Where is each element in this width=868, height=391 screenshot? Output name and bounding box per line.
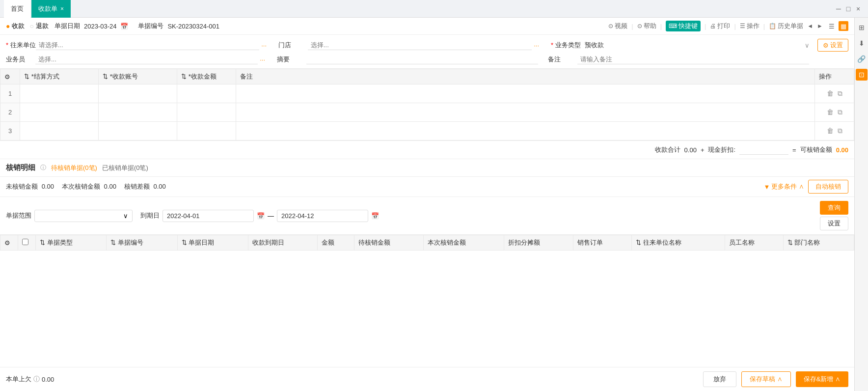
remark-input[interactable] bbox=[577, 55, 809, 64]
summary-input[interactable] bbox=[306, 55, 538, 64]
delete-icon-1[interactable]: 🗑 bbox=[827, 89, 834, 98]
tab-close-icon[interactable]: × bbox=[60, 5, 64, 12]
radio-refund[interactable]: ○ 退款 bbox=[29, 22, 48, 30]
shortcut-button[interactable]: ⌨ 快捷键 bbox=[666, 21, 701, 31]
prev-button[interactable]: ◄ bbox=[807, 23, 813, 29]
sidebar-download-icon[interactable]: ⬇ bbox=[856, 37, 868, 49]
tab-home[interactable]: 首页 bbox=[4, 0, 30, 18]
save-draft-button[interactable]: 保存草稿 ∧ bbox=[741, 371, 791, 387]
cell-settlement-1[interactable] bbox=[20, 84, 99, 103]
help-button[interactable]: ⊙ 帮助 bbox=[637, 22, 656, 30]
remark-field: 备注 bbox=[548, 55, 809, 64]
store-more-button[interactable]: ··· bbox=[532, 42, 541, 49]
cell-remark-2[interactable] bbox=[236, 103, 815, 122]
verify-info-icon[interactable]: ⓘ bbox=[40, 164, 46, 172]
maximize-button[interactable]: □ bbox=[844, 5, 852, 13]
delete-icon-2[interactable]: 🗑 bbox=[827, 108, 834, 116]
query-button[interactable]: 查询 bbox=[820, 201, 848, 215]
cell-action-2: 🗑 ⧉ bbox=[815, 103, 854, 122]
sidebar-scan-icon[interactable]: ⊡ bbox=[856, 69, 868, 81]
radio-receipt[interactable]: ● 收款 bbox=[6, 22, 25, 30]
cell-account-2[interactable] bbox=[99, 103, 177, 122]
calendar-to-icon[interactable]: 📅 bbox=[371, 212, 379, 220]
next-button[interactable]: ► bbox=[817, 23, 823, 29]
cell-settlement-3[interactable] bbox=[20, 122, 99, 140]
amount-input-3[interactable] bbox=[177, 122, 236, 140]
remark-input-2[interactable] bbox=[236, 103, 814, 121]
minimize-button[interactable]: ─ bbox=[835, 5, 842, 13]
calendar-from-icon[interactable]: 📅 bbox=[257, 212, 265, 220]
salesman-more-button[interactable]: ··· bbox=[258, 56, 267, 63]
table-gear-header[interactable]: ⚙ bbox=[0, 69, 20, 84]
auto-verify-button[interactable]: 自动核销 bbox=[808, 180, 848, 194]
history-button[interactable]: 📋 历史单据 bbox=[769, 22, 803, 30]
remark-input-1[interactable] bbox=[236, 84, 814, 103]
filter-date-from[interactable] bbox=[163, 210, 254, 222]
remark-label: 备注 bbox=[548, 55, 577, 64]
account-input-3[interactable] bbox=[99, 122, 177, 140]
settlement-input-2[interactable] bbox=[20, 103, 98, 121]
done-tab[interactable]: 已核销单据(0笔) bbox=[102, 164, 148, 172]
footer-info-icon[interactable]: ⓘ bbox=[33, 375, 40, 384]
cell-account-1[interactable] bbox=[99, 84, 177, 103]
cell-remark-3[interactable] bbox=[236, 122, 815, 140]
settlement-input-1[interactable] bbox=[20, 84, 98, 103]
video-button[interactable]: ⊙ 视频 bbox=[608, 22, 627, 30]
copy-icon-1[interactable]: ⧉ bbox=[838, 89, 842, 98]
counterparty-more-button[interactable]: ··· bbox=[259, 42, 269, 49]
cell-amount-3[interactable] bbox=[177, 122, 236, 140]
select-all-checkbox[interactable] bbox=[22, 239, 28, 245]
cell-amount-1[interactable] bbox=[177, 84, 236, 103]
amount-input-1[interactable] bbox=[177, 84, 236, 103]
salesman-input[interactable] bbox=[35, 55, 258, 64]
filter-date-to[interactable] bbox=[277, 210, 368, 222]
counterparty-input[interactable] bbox=[36, 40, 259, 50]
settlement-input-3[interactable] bbox=[20, 122, 98, 140]
diff-stat: 核销差额 0.00 bbox=[124, 182, 166, 191]
col-doc-type: ⇅ 单据类型 bbox=[36, 235, 107, 251]
copy-icon-3[interactable]: ⧉ bbox=[838, 127, 842, 135]
discount-input[interactable] bbox=[739, 145, 788, 155]
col-remark: 备注 bbox=[236, 69, 815, 84]
radio-receipt-label: 收款 bbox=[12, 22, 25, 30]
summary-field: 摘要 bbox=[277, 55, 538, 64]
save-new-button[interactable]: 保存&新增 ∧ bbox=[796, 371, 848, 387]
more-conditions-button[interactable]: ▼ 更多条件 ∧ bbox=[764, 182, 805, 191]
salesman-label: 业务员 bbox=[6, 55, 35, 64]
filter-range-select[interactable]: ∨ bbox=[34, 210, 133, 222]
calendar-icon[interactable]: 📅 bbox=[120, 23, 128, 30]
window-controls: ─ □ × bbox=[835, 5, 864, 13]
layout-grid-icon[interactable]: ▦ bbox=[839, 21, 848, 31]
remark-input-3[interactable] bbox=[236, 122, 814, 140]
biz-type-dropdown[interactable]: ∨ bbox=[805, 42, 814, 49]
cell-amount-2[interactable] bbox=[177, 103, 236, 122]
filter-setting-button[interactable]: 设置 bbox=[820, 217, 848, 230]
delete-icon-3[interactable]: 🗑 bbox=[827, 127, 834, 135]
verify-title: 核销明细 bbox=[6, 163, 35, 172]
sidebar-table-icon[interactable]: ⊞ bbox=[856, 22, 868, 33]
store-input[interactable] bbox=[308, 40, 532, 50]
cell-account-3[interactable] bbox=[99, 122, 177, 140]
cell-remark-1[interactable] bbox=[236, 84, 815, 103]
cell-settlement-2[interactable] bbox=[20, 103, 99, 122]
tab-receipt[interactable]: 收款单 × bbox=[31, 0, 71, 18]
settings-button[interactable]: ⚙ 设置 bbox=[817, 39, 848, 52]
account-input-2[interactable] bbox=[99, 103, 177, 121]
col-amount: 金额 bbox=[318, 235, 354, 251]
account-input-1[interactable] bbox=[99, 84, 177, 103]
tab-bar: 首页 收款单 × ─ □ × bbox=[0, 0, 868, 18]
sidebar-link-icon[interactable]: 🔗 bbox=[856, 53, 868, 65]
abandon-button[interactable]: 放弃 bbox=[703, 371, 736, 387]
print-button[interactable]: 🖨 打印 bbox=[710, 22, 730, 30]
pending-tab[interactable]: 待核销单据(0笔) bbox=[51, 164, 97, 172]
operation-button[interactable]: ☰ 操作 bbox=[740, 22, 760, 30]
bottom-gear-header[interactable]: ⚙ bbox=[0, 235, 18, 251]
layout-list-icon[interactable]: ☰ bbox=[827, 21, 837, 31]
equal-label: = bbox=[792, 146, 796, 154]
verifiable-label: 可核销金额 bbox=[800, 145, 832, 154]
amount-input-2[interactable] bbox=[177, 103, 236, 121]
copy-icon-2[interactable]: ⧉ bbox=[838, 108, 842, 116]
save-new-label: 保存&新增 ∧ bbox=[804, 375, 841, 384]
close-window-button[interactable]: × bbox=[854, 5, 862, 13]
col-doc-date: ⇅ 单据日期 bbox=[177, 235, 248, 251]
